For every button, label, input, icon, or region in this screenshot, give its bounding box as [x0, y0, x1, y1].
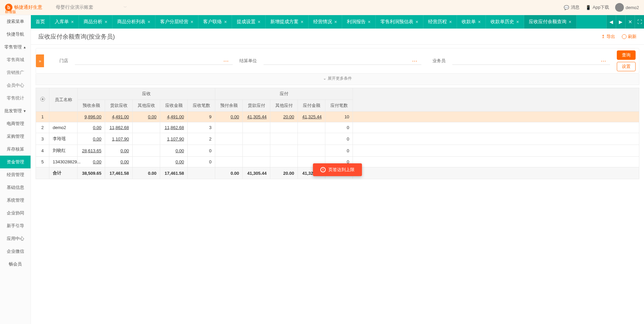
tab-commission-setting[interactable]: 提成设置✕: [232, 15, 266, 29]
table-row[interactable]: 3李玲瑶0.001,107.901,107.9020: [36, 133, 639, 145]
sidebar-item-funds[interactable]: 资金管理: [0, 156, 31, 168]
table-cell: [215, 133, 243, 145]
close-icon[interactable]: ✕: [478, 20, 481, 24]
tab-receipt[interactable]: 收款单✕: [457, 15, 486, 29]
more-icon[interactable]: ⋯: [223, 58, 229, 64]
close-icon[interactable]: ✕: [104, 20, 107, 24]
drill-link[interactable]: 0.00: [93, 159, 101, 164]
close-icon[interactable]: ✕: [71, 20, 74, 24]
tab-customer-contact[interactable]: 客户联络✕: [198, 15, 232, 29]
more-icon[interactable]: ⋯: [412, 58, 418, 64]
drill-link[interactable]: 41,325.44: [302, 114, 322, 119]
sidebar-item-system[interactable]: 系统管理: [0, 194, 31, 207]
col-pay-amt: 应付金额: [298, 100, 325, 112]
sidebar-item-enterprise[interactable]: 企业协同: [0, 207, 31, 219]
sidebar-search[interactable]: 搜索菜单: [0, 15, 31, 28]
sidebar-item-wechat[interactable]: 企业微信: [0, 245, 31, 258]
user-menu[interactable]: demo2: [615, 3, 639, 12]
tab-home[interactable]: 首页: [31, 15, 50, 29]
drill-link[interactable]: 0.00: [176, 148, 184, 153]
close-icon[interactable]: ✕: [516, 20, 519, 24]
drill-link[interactable]: 0.00: [93, 136, 101, 141]
account-selector[interactable]: 母婴行业演示账套 ﹀: [56, 4, 127, 10]
sidebar-item-ecommerce[interactable]: 电商管理: [0, 117, 31, 130]
tab-profit-report[interactable]: 利润报告✕: [342, 15, 376, 29]
sidebar-sub-retail-stats[interactable]: 零售统计: [0, 92, 31, 105]
tab-customer-tier[interactable]: 客户分层经营✕: [155, 15, 198, 29]
drill-link[interactable]: 1,107.90: [112, 136, 129, 141]
tab-label: 经营情况: [313, 19, 332, 25]
salesman-input[interactable]: [452, 57, 610, 65]
drill-link[interactable]: 20.00: [283, 114, 294, 119]
close-icon[interactable]: ✕: [415, 20, 418, 24]
drill-link[interactable]: 0.00: [148, 114, 156, 119]
tab-new-commission[interactable]: 新增提成方案✕: [266, 15, 309, 29]
store-input[interactable]: [75, 57, 233, 65]
table-cell: 2: [36, 122, 49, 133]
table-row[interactable]: 4刘晓红28,613.650.000.0000: [36, 145, 639, 157]
sidebar-quicknav[interactable]: 快捷导航: [0, 28, 31, 41]
close-icon[interactable]: ✕: [258, 20, 261, 24]
messages-button[interactable]: 💬 消息: [564, 4, 580, 10]
drill-link[interactable]: 1,107.90: [167, 136, 184, 141]
drill-link[interactable]: 11,862.68: [109, 125, 129, 130]
tab-scroll-left[interactable]: ◀: [606, 15, 616, 29]
sidebar-item-basicinfo[interactable]: 基础信息: [0, 181, 31, 194]
drill-link[interactable]: 4,491.00: [112, 114, 129, 119]
tab-business-history[interactable]: 经营历程✕: [423, 15, 457, 29]
tab-product-analysis-list[interactable]: 商品分析列表✕: [112, 15, 155, 29]
sidebar-item-inventory[interactable]: 库存核算: [0, 143, 31, 156]
fullscreen-button[interactable]: ⛶: [635, 15, 644, 29]
tab-product-analysis[interactable]: 商品分析✕: [79, 15, 112, 29]
sidebar-sub-marketing[interactable]: 营销推广: [0, 66, 31, 79]
drill-link[interactable]: 0.00: [121, 148, 129, 153]
tab-ar-ap-balance[interactable]: 应收应付余额查询✕: [524, 15, 577, 29]
drill-link[interactable]: 0.00: [231, 114, 239, 119]
filter-settings-button[interactable]: 设置: [617, 62, 636, 71]
close-icon[interactable]: ✕: [449, 20, 452, 24]
close-icon[interactable]: ✕: [568, 20, 571, 24]
tab-receipt-history[interactable]: 收款单历史✕: [486, 15, 524, 29]
tab-close-all[interactable]: ✕: [625, 15, 635, 29]
sidebar-sub-retail-mall[interactable]: 零售商城: [0, 53, 31, 66]
tab-scroll-right[interactable]: ▶: [616, 15, 625, 29]
query-button[interactable]: 查询: [617, 50, 636, 60]
expand-more-label: 展开更多条件: [328, 76, 352, 81]
sidebar-sub-member[interactable]: 会员中心: [0, 79, 31, 92]
table-row[interactable]: 19,896.004,491.000.004,491.0090.0041,305…: [36, 112, 639, 122]
drill-link[interactable]: 0.00: [93, 125, 101, 130]
sidebar-item-retail[interactable]: 零售管理 ▲: [0, 41, 31, 53]
close-icon[interactable]: ✕: [224, 20, 227, 24]
sidebar-item-appcenter[interactable]: 应用中心: [0, 232, 31, 245]
app-download-button[interactable]: 📱 App下载: [586, 4, 609, 10]
close-icon[interactable]: ✕: [301, 20, 304, 24]
table-cell: [215, 145, 243, 157]
sidebar-item-purchase[interactable]: 采购管理: [0, 130, 31, 143]
drill-link[interactable]: 4,491.00: [167, 114, 184, 119]
sidebar-item-wholesale[interactable]: 批发管理 ▼: [0, 105, 31, 117]
expand-filter-button[interactable]: »: [36, 54, 44, 67]
drill-link[interactable]: 0.00: [176, 159, 184, 164]
refresh-button[interactable]: 刷新: [622, 34, 637, 40]
drill-link[interactable]: 11,862.68: [165, 125, 184, 130]
sidebar-item-member[interactable]: 畅会员: [0, 258, 31, 271]
tab-inbound[interactable]: 入库单✕: [50, 15, 79, 29]
export-button[interactable]: ↥导出: [601, 34, 615, 40]
drill-link[interactable]: 0.00: [121, 159, 129, 164]
close-icon[interactable]: ✕: [147, 20, 150, 24]
close-icon[interactable]: ✕: [190, 20, 193, 24]
close-icon[interactable]: ✕: [334, 20, 337, 24]
settle-unit-input[interactable]: [264, 57, 421, 65]
column-settings[interactable]: [36, 88, 49, 112]
sidebar-item-operations[interactable]: 经营管理: [0, 168, 31, 181]
sidebar-item-guide[interactable]: 新手引导: [0, 219, 31, 232]
drill-link[interactable]: 28,613.65: [82, 148, 101, 153]
drill-link[interactable]: 9,896.00: [84, 114, 101, 119]
drill-link[interactable]: 41,305.44: [247, 114, 267, 119]
tab-retail-profit-est[interactable]: 零售利润预估表✕: [376, 15, 423, 29]
close-icon[interactable]: ✕: [368, 20, 371, 24]
more-icon[interactable]: ⋯: [601, 58, 607, 64]
table-row[interactable]: 2demo20.0011,862.6811,862.6830: [36, 122, 639, 133]
tab-operating-status[interactable]: 经营情况✕: [309, 15, 342, 29]
expand-more-filters[interactable]: ⌄ 展开更多条件: [36, 74, 639, 85]
